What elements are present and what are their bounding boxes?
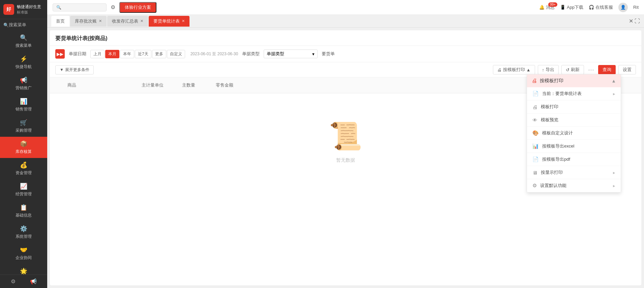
sidebar-item-finance[interactable]: 💰 资金管理 <box>0 158 47 179</box>
topbar-right: 🔔 消息 99+ 📱 App下载 🎧 在线客服 👤 Rit <box>539 3 639 12</box>
trial-button[interactable]: 体验行业方案 <box>119 2 156 13</box>
query-button[interactable]: 查询 <box>598 65 616 74</box>
sidebar-item-operations[interactable]: 📈 经营管理 <box>0 179 47 200</box>
logo-text: 畅捷通好生意 标准版 <box>17 4 41 15</box>
username-label: Rit <box>633 5 639 10</box>
sidebar-item-sales[interactable]: 📊 销售管理 <box>0 94 47 116</box>
sidebar: 好 畅捷通好生意 标准版 🔍 搜索菜单 🔍 搜索菜单 ⚡ 快捷导航 📢 营销推广… <box>0 0 47 288</box>
messages-button[interactable]: 🔔 消息 99+ <box>539 4 555 10</box>
tab-order-stats[interactable]: 要货单统计表✕ <box>149 16 189 27</box>
tab-receipt-summary[interactable]: 收发存汇总表✕ <box>107 16 148 27</box>
table-column-header: 商品 <box>63 80 138 90</box>
date-filter-label: 单据日期 <box>69 51 86 57</box>
dropdown-export-pdf[interactable]: 📄 按模板导出pdf <box>527 153 621 166</box>
dropdown-current-item[interactable]: 📄 当前：要货单统计表 ▸ <box>527 87 621 100</box>
app-download-button[interactable]: 📱 App下载 <box>560 4 583 10</box>
sidebar-bottom: ⚙ 📢 <box>0 275 47 288</box>
cargo-filter-label: 要货单 <box>322 51 335 57</box>
export-button[interactable]: ↑ 导出 <box>538 65 559 74</box>
dropdown-current-label: 当前：要货单统计表 <box>542 91 582 97</box>
expand-icon: ▶▶ <box>57 52 63 57</box>
type-filter-select[interactable]: 单据类型 ▾ <box>264 50 318 58</box>
sidebar-item-label: 销售管理 <box>16 106 32 112</box>
page-header: 要货单统计表(按商品) <box>50 30 641 46</box>
sidebar-item-inventory[interactable]: 📦 库存核算 <box>0 137 47 158</box>
dropdown-display-print[interactable]: 🖥 按显示打印 ▸ <box>527 166 621 179</box>
date-btn-更多[interactable]: 更多 <box>152 50 166 58</box>
date-btn-本月[interactable]: 本月 <box>105 50 119 58</box>
sidebar-item-label: 资金管理 <box>16 170 32 176</box>
sidebar-item-label: 经营管理 <box>16 191 32 197</box>
refresh-button[interactable]: ↺ 刷新 <box>561 65 584 74</box>
sidebar-item-system[interactable]: ⚙️ 系统管理 <box>0 222 47 243</box>
settings-button[interactable]: 设置 <box>618 65 636 74</box>
expand-more-button[interactable]: ▼ 展开更多条件 <box>55 65 94 74</box>
sidebar-item-label: 采购管理 <box>16 128 32 133</box>
page-title: 要货单统计表(按商品) <box>55 35 636 42</box>
date-btn-本年[interactable]: 本年 <box>120 50 134 58</box>
print-button[interactable]: 🖨 按模板打印 ▲ <box>493 65 535 74</box>
more-options-icon[interactable]: ⋯ <box>587 66 595 73</box>
tab-label: 要货单统计表 <box>153 18 180 24</box>
sidebar-item-search[interactable]: 🔍 搜索菜单 <box>0 31 47 52</box>
dropdown-export-excel[interactable]: 📊 按模板导出excel <box>527 140 621 153</box>
online-service-button[interactable]: 🎧 在线客服 <box>589 4 613 10</box>
topbar: 🔍 ⚙ 体验行业方案 🔔 消息 99+ 📱 App下载 🎧 在线客服 👤 Rit <box>47 0 644 15</box>
inventory-icon: 📦 <box>20 140 27 148</box>
empty-text: 暂无数据 <box>336 157 355 163</box>
dropdown-close-icon[interactable]: ▲ <box>611 78 616 84</box>
sidebar-item-collab[interactable]: 🤝 企业协同 <box>0 243 47 264</box>
dropdown-template-print[interactable]: 🖨 模板打印 <box>527 100 621 114</box>
sidebar-item-purchase[interactable]: 🛒 采购管理 <box>0 116 47 137</box>
tabs-bar: 首页库存批次账✕收发存汇总表✕要货单统计表✕ ✕ ⛶ <box>47 15 644 28</box>
topbar-gear-icon[interactable]: ⚙ <box>111 4 115 10</box>
operations-icon: 📈 <box>20 183 27 190</box>
empty-icon: 📜 <box>329 120 362 152</box>
export-pdf-icon: 📄 <box>532 156 539 162</box>
dropdown-template-preview[interactable]: 👁 模板预览 <box>527 114 621 127</box>
table-column-header: 零售金额 <box>212 80 252 90</box>
print-header-icon: 🖨 <box>532 78 537 84</box>
print-dropdown: 🖨 按模板打印 ▲ 📄 当前：要货单统计表 ▸ 🖨 模板打印 👁 模板预览 <box>527 74 621 193</box>
set-default-chevron-icon: ▸ <box>613 183 615 188</box>
tab-maximize-button[interactable]: ⛶ <box>635 18 640 24</box>
search-icon: 🔍 <box>3 23 9 28</box>
quick-nav-icon: ⚡ <box>20 55 27 63</box>
tab-batch-account[interactable]: 库存批次账✕ <box>70 16 107 27</box>
marketing-icon: 📢 <box>20 76 27 84</box>
dropdown-set-default[interactable]: ⚙ 设置默认功能 ▸ <box>527 179 621 192</box>
sidebar-item-quick-nav[interactable]: ⚡ 快捷导航 <box>0 52 47 73</box>
tab-home[interactable]: 首页 <box>51 16 69 27</box>
tab-close-all-button[interactable]: ✕ <box>629 18 633 24</box>
dropdown-template-design[interactable]: 🎨 模板自定义设计 <box>527 127 621 140</box>
sidebar-search[interactable]: 🔍 搜索菜单 <box>0 19 47 31</box>
volume-icon[interactable]: 📢 <box>30 278 37 285</box>
date-range-label: 2023-06-01 至 2023-06-30 <box>191 51 238 57</box>
tab-close-icon[interactable]: ✕ <box>99 19 102 23</box>
sidebar-item-basic-info[interactable]: 📋 基础信息 <box>0 200 47 222</box>
template-print-icon: 🖨 <box>532 104 537 110</box>
search-icon: 🔍 <box>56 5 61 10</box>
date-btn-近7天[interactable]: 近7天 <box>135 50 151 58</box>
tab-close-icon[interactable]: ✕ <box>140 19 143 23</box>
date-btn-自定义[interactable]: 自定义 <box>167 50 185 58</box>
current-doc-icon: 📄 <box>532 91 539 97</box>
tab-label: 首页 <box>56 18 65 24</box>
avatar[interactable]: 👤 <box>618 3 628 12</box>
settings-icon[interactable]: ⚙ <box>11 278 16 285</box>
filter-expand-button[interactable]: ▶▶ <box>55 49 65 59</box>
set-default-icon: ⚙ <box>532 183 537 189</box>
sidebar-item-guide[interactable]: 🌟 新手引导 <box>0 264 47 275</box>
date-btn-上月[interactable]: 上月 <box>90 50 105 58</box>
sidebar-item-marketing[interactable]: 📢 营销推广 <box>0 73 47 94</box>
tab-close-icon[interactable]: ✕ <box>182 19 185 23</box>
finance-icon: 💰 <box>20 161 27 169</box>
type-filter-value: 单据类型 <box>267 51 284 57</box>
logo-icon: 好 <box>3 4 14 15</box>
export-excel-icon: 📊 <box>532 143 539 149</box>
main-content: 要货单统计表(按商品) ▶▶ 单据日期 上月本月本年近7天更多自定义 2023-… <box>50 30 641 285</box>
topbar-search[interactable]: 🔍 <box>53 3 107 11</box>
basic-info-icon: 📋 <box>20 204 27 211</box>
refresh-icon: ↺ <box>566 67 569 72</box>
table-column-header: 主计量单位 <box>138 80 178 90</box>
